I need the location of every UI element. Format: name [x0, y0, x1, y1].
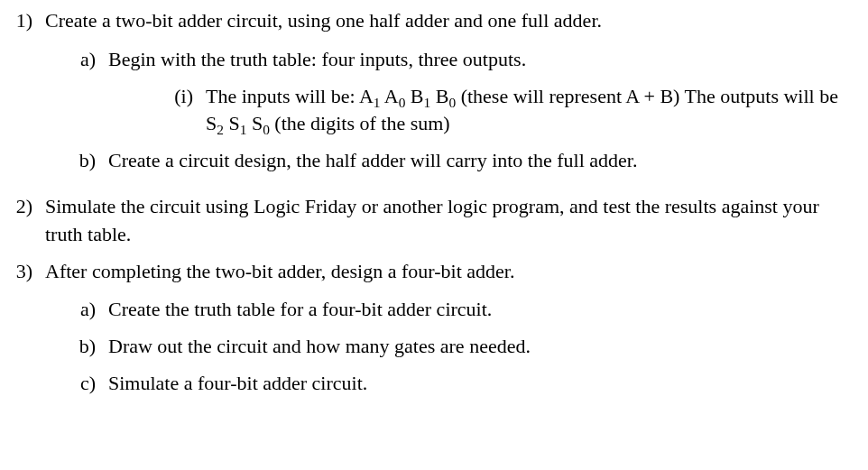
list-text: Draw out the circuit and how many gates …: [108, 335, 531, 357]
list-content: Create the truth table for a four-bit ad…: [108, 296, 850, 324]
list-item-1a: a) Begin with the truth table: four inpu…: [45, 46, 850, 74]
list-item-1a-i: (i) The inputs will be: A1 A0 B1 B0 (the…: [162, 83, 850, 139]
text-segment: (the digits of the sum): [270, 112, 450, 134]
list-item-1a-i-wrap: (i) The inputs will be: A1 A0 B1 B0 (the…: [45, 83, 850, 139]
list-content: The inputs will be: A1 A0 B1 B0 (these w…: [206, 83, 850, 139]
list-marker: 2): [9, 193, 45, 249]
list-marker: 3): [9, 258, 45, 407]
text-segment: The inputs will be: A: [206, 85, 374, 107]
text-segment: B: [405, 85, 423, 107]
list-item-2: 2) Simulate the circuit using Logic Frid…: [9, 193, 850, 249]
list-item-3b: b) Draw out the circuit and how many gat…: [45, 333, 850, 361]
list-text: Simulate a four-bit adder circuit.: [108, 372, 367, 394]
list-content: Create a two-bit adder circuit, using on…: [45, 7, 850, 184]
list-item-1b: b) Create a circuit design, the half add…: [45, 147, 850, 175]
list-item-3a: a) Create the truth table for a four-bit…: [45, 296, 850, 324]
list-text: The inputs will be: A1 A0 B1 B0 (these w…: [206, 85, 838, 135]
list-marker: b): [45, 147, 108, 175]
subscript: 0: [263, 123, 270, 138]
list-text: After completing the two-bit adder, desi…: [45, 260, 514, 282]
list-text: Create the truth table for a four-bit ad…: [108, 298, 492, 320]
list-item-1: 1) Create a two-bit adder circuit, using…: [9, 7, 850, 184]
list-text: Create a two-bit adder circuit, using on…: [45, 9, 602, 32]
list-item-3c: c) Simulate a four-bit adder circuit.: [45, 370, 850, 398]
text-segment: S: [246, 112, 263, 134]
list-item-3: 3) After completing the two-bit adder, d…: [9, 258, 850, 407]
list-content: Create a circuit design, the half adder …: [108, 147, 850, 175]
list-marker: a): [45, 46, 108, 74]
text-segment: B: [430, 85, 448, 107]
text-segment: S: [224, 112, 240, 134]
list-marker: (i): [162, 83, 206, 139]
list-marker: c): [45, 370, 108, 398]
list-marker: b): [45, 333, 108, 361]
list-text: Create a circuit design, the half adder …: [108, 149, 637, 171]
list-marker: a): [45, 296, 108, 324]
list-content: Begin with the truth table: four inputs,…: [108, 46, 850, 74]
subscript: 2: [217, 123, 224, 138]
list-marker: 1): [9, 7, 45, 184]
list-content: Simulate a four-bit adder circuit.: [108, 370, 850, 398]
list-text: Begin with the truth table: four inputs,…: [108, 48, 526, 70]
list-text: Simulate the circuit using Logic Friday …: [45, 195, 819, 245]
list-content: Draw out the circuit and how many gates …: [108, 333, 850, 361]
text-segment: A: [380, 85, 398, 107]
list-content: After completing the two-bit adder, desi…: [45, 258, 850, 407]
subscript: 0: [448, 95, 456, 110]
list-content: Simulate the circuit using Logic Friday …: [45, 193, 850, 249]
